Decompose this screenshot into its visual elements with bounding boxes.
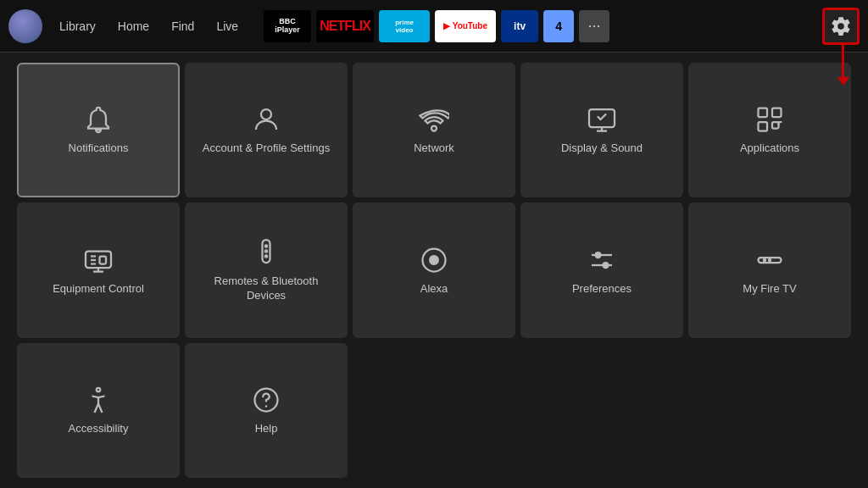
nav-find[interactable]: Find — [163, 14, 203, 38]
help-icon — [251, 385, 281, 415]
avatar[interactable] — [8, 9, 42, 43]
app-prime-video[interactable]: primevideo — [379, 10, 430, 42]
display-sound-label: Display & Sound — [561, 141, 643, 156]
svg-rect-4 — [772, 108, 782, 118]
app-icons: BBCiPlayer NETFLIX primevideo ▶ YouTube … — [264, 10, 815, 42]
alexa-label: Alexa — [420, 282, 448, 297]
sliders-icon — [587, 245, 617, 275]
accessibility-label: Accessibility — [69, 422, 129, 436]
arrow-indicator — [842, 45, 844, 79]
svg-rect-11 — [100, 256, 107, 263]
account-icon — [251, 104, 281, 135]
accessibility-icon — [83, 385, 114, 415]
svg-point-20 — [596, 252, 601, 258]
nav-library[interactable]: Library — [51, 14, 104, 38]
grid-item-equipment-control[interactable]: Equipment Control — [17, 202, 180, 337]
help-label: Help — [255, 422, 278, 436]
tv-icon — [83, 245, 114, 275]
grid-item-alexa[interactable]: Alexa — [353, 202, 515, 337]
grid-item-display-sound[interactable]: Display & Sound — [520, 63, 683, 197]
nav-links: Library Home Find Live — [51, 14, 247, 38]
grid-item-preferences[interactable]: Preferences — [520, 202, 683, 337]
grid-item-remotes-bluetooth[interactable]: Remotes & Bluetooth Devices — [185, 202, 348, 337]
settings-grid: Notifications Account & Profile Settings… — [0, 53, 868, 488]
firetv-icon — [754, 245, 785, 275]
app-more[interactable]: ··· — [579, 10, 609, 42]
app-channel4[interactable]: 4 — [543, 10, 574, 42]
app-itv[interactable]: itv — [501, 10, 538, 42]
svg-rect-7 — [86, 251, 111, 268]
grid-item-help[interactable]: Help — [185, 343, 348, 478]
gear-icon — [830, 15, 852, 37]
account-label: Account & Profile Settings — [203, 141, 330, 156]
remotes-bluetooth-label: Remotes & Bluetooth Devices — [193, 274, 339, 303]
equipment-control-label: Equipment Control — [53, 282, 144, 297]
notifications-label: Notifications — [69, 141, 129, 156]
my-fire-tv-label: My Fire TV — [743, 282, 796, 297]
grid-item-applications[interactable]: Applications — [688, 63, 851, 197]
grid-item-accessibility[interactable]: Accessibility — [17, 343, 180, 478]
svg-point-27 — [265, 405, 267, 407]
svg-point-21 — [604, 263, 609, 268]
app-youtube[interactable]: ▶ YouTube — [435, 10, 496, 42]
svg-rect-5 — [759, 122, 768, 131]
app-bbc-iplayer[interactable]: BBCiPlayer — [264, 10, 311, 42]
svg-point-25 — [97, 388, 101, 392]
apps-icon — [754, 104, 785, 135]
alexa-icon — [419, 245, 449, 275]
grid-item-notifications[interactable]: Notifications — [17, 63, 180, 197]
grid-item-network[interactable]: Network — [353, 63, 515, 197]
settings-button[interactable] — [822, 8, 860, 45]
svg-rect-3 — [759, 108, 768, 118]
preferences-label: Preferences — [572, 282, 632, 297]
grid-item-my-fire-tv[interactable]: My Fire TV — [688, 202, 851, 337]
bell-icon — [83, 104, 114, 135]
remote-icon — [251, 237, 281, 268]
svg-point-1 — [431, 126, 437, 131]
app-netflix[interactable]: NETFLIX — [316, 10, 374, 42]
nav-home[interactable]: Home — [109, 14, 158, 38]
nav-live[interactable]: Live — [208, 14, 247, 38]
applications-label: Applications — [740, 141, 799, 156]
svg-point-0 — [261, 109, 271, 119]
display-icon — [587, 104, 617, 135]
grid-item-account[interactable]: Account & Profile Settings — [185, 63, 348, 197]
network-label: Network — [414, 141, 454, 156]
header: Library Home Find Live BBCiPlayer NETFLI… — [0, 0, 868, 53]
svg-point-17 — [429, 255, 439, 265]
wifi-icon — [419, 104, 449, 135]
